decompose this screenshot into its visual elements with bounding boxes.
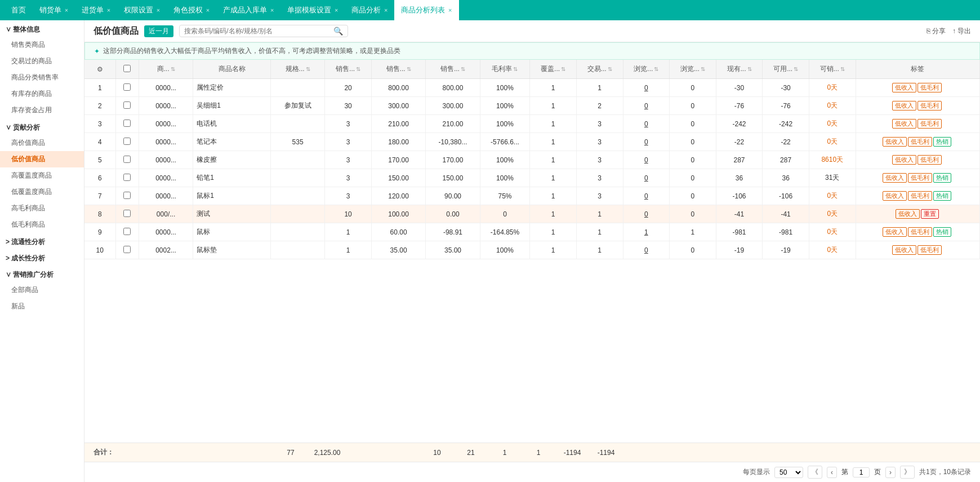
sidebar-item-sales-goods[interactable]: 销售类商品: [0, 37, 84, 53]
th-stock1[interactable]: 现有...⇅: [716, 60, 763, 79]
sidebar-item-low-margin[interactable]: 低毛利商品: [0, 216, 84, 233]
view1-value[interactable]: 0: [644, 120, 648, 128]
row-view1[interactable]: 0: [623, 115, 670, 133]
row-checkbox-cell[interactable]: [115, 241, 139, 259]
export-button[interactable]: ↑ 导出: [952, 26, 971, 36]
sidebar-item-category-sales-rate[interactable]: 商品分类销售率: [0, 69, 84, 86]
th-trade[interactable]: 交易...⇅: [576, 60, 623, 79]
sidebar-item-new-goods[interactable]: 新品: [0, 298, 84, 315]
th-sku[interactable]: 商...⇅: [139, 60, 193, 79]
sidebar-item-high-coverage[interactable]: 高覆盖度商品: [0, 167, 84, 184]
row-checkbox-cell[interactable]: [115, 205, 139, 223]
row-checkbox-cell[interactable]: [115, 97, 139, 115]
row-checkbox[interactable]: [123, 210, 131, 217]
row-checkbox-cell[interactable]: [115, 151, 139, 169]
nav-close-product-analysis[interactable]: ×: [384, 7, 387, 14]
th-sale-amt[interactable]: 销售...⇅: [371, 60, 425, 79]
nav-close-product-list[interactable]: ×: [448, 7, 452, 14]
first-page-button[interactable]: 《: [808, 466, 822, 479]
view1-value[interactable]: 1: [644, 228, 648, 236]
row-view1[interactable]: 0: [623, 97, 670, 115]
th-settings[interactable]: ⚙: [84, 60, 115, 79]
sidebar-group-overall[interactable]: ∨ 整体信息: [0, 20, 84, 37]
search-icon[interactable]: 🔍: [333, 26, 343, 36]
sidebar-item-low-coverage[interactable]: 低覆盖度商品: [0, 184, 84, 200]
row-view1[interactable]: 0: [623, 151, 670, 169]
row-checkbox[interactable]: [123, 83, 131, 91]
sidebar-item-stock-capital[interactable]: 库存资金占用: [0, 102, 84, 118]
th-view2[interactable]: 浏览...⇅: [670, 60, 716, 79]
row-checkbox[interactable]: [123, 156, 131, 163]
view1-value[interactable]: 0: [644, 102, 648, 110]
row-checkbox[interactable]: [123, 246, 131, 253]
row-checkbox[interactable]: [123, 138, 131, 145]
view1-value[interactable]: 0: [644, 156, 648, 164]
nav-inbound[interactable]: 产成品入库单 ×: [216, 0, 280, 20]
view1-value[interactable]: 0: [644, 84, 648, 92]
next-page-button[interactable]: ›: [885, 467, 896, 478]
sidebar-group-contribution[interactable]: ∨ 贡献分析: [0, 118, 84, 135]
nav-purchase[interactable]: 进货单 ×: [75, 0, 117, 20]
view1-value[interactable]: 0: [644, 174, 648, 182]
nav-close-purchase[interactable]: ×: [107, 7, 110, 14]
nav-role[interactable]: 角色授权 ×: [167, 0, 216, 20]
view1-value[interactable]: 0: [644, 138, 648, 146]
sidebar-group-circulation[interactable]: > 流通性分析: [0, 233, 84, 249]
sidebar-item-all-goods[interactable]: 全部商品: [0, 282, 84, 298]
nav-close-role[interactable]: ×: [206, 7, 210, 14]
view1-value[interactable]: 0: [644, 192, 648, 200]
row-checkbox[interactable]: [123, 174, 131, 181]
nav-close-permission[interactable]: ×: [157, 7, 160, 14]
sidebar-group-marketing[interactable]: ∨ 营销推广分析: [0, 266, 84, 282]
nav-close-inbound[interactable]: ×: [270, 7, 274, 14]
row-checkbox[interactable]: [123, 192, 131, 199]
nav-template[interactable]: 单据模板设置 ×: [280, 0, 345, 20]
row-checkbox-cell[interactable]: [115, 133, 139, 151]
sidebar-item-stock-goods[interactable]: 有库存的商品: [0, 86, 84, 102]
sidebar-group-growth[interactable]: > 成长性分析: [0, 249, 84, 266]
sidebar-item-high-margin[interactable]: 高毛利商品: [0, 200, 84, 216]
th-gross[interactable]: 毛利率⇅: [480, 60, 530, 79]
row-checkbox-cell[interactable]: [115, 187, 139, 205]
nav-sales[interactable]: 销货单 ×: [33, 0, 75, 20]
row-checkbox[interactable]: [123, 101, 131, 109]
page-size-select[interactable]: 50 100 200: [774, 467, 803, 478]
row-checkbox-cell[interactable]: [115, 115, 139, 133]
row-view1[interactable]: 0: [623, 169, 670, 187]
row-view1[interactable]: 0: [623, 205, 670, 223]
row-view1[interactable]: 1: [623, 223, 670, 241]
sidebar-item-traded-goods[interactable]: 交易过的商品: [0, 53, 84, 69]
view1-value[interactable]: 0: [644, 210, 648, 218]
search-input[interactable]: [184, 27, 331, 35]
last-page-button[interactable]: 》: [900, 466, 915, 479]
view1-value[interactable]: 0: [644, 246, 648, 254]
share-button[interactable]: ⎘ 分享: [926, 26, 946, 36]
th-sale-num[interactable]: 销售...⇅: [325, 60, 372, 79]
row-view1[interactable]: 0: [623, 133, 670, 151]
row-view1[interactable]: 0: [623, 79, 670, 97]
filter-tag-month[interactable]: 近一月: [144, 25, 173, 37]
nav-close-sales[interactable]: ×: [65, 7, 68, 14]
th-view1[interactable]: 浏览...⇅: [623, 60, 670, 79]
th-saleable[interactable]: 可销...⇅: [809, 60, 856, 79]
page-input[interactable]: [853, 467, 870, 477]
th-spec[interactable]: 规格...⇅: [270, 60, 324, 79]
th-stock2[interactable]: 可用...⇅: [763, 60, 809, 79]
select-all-checkbox[interactable]: [123, 65, 131, 72]
nav-product-analysis[interactable]: 商品分析 ×: [345, 0, 394, 20]
row-checkbox[interactable]: [123, 228, 131, 235]
nav-close-template[interactable]: ×: [335, 7, 338, 14]
sidebar-item-low-value[interactable]: 低价值商品: [0, 151, 84, 167]
nav-permission[interactable]: 权限设置 ×: [117, 0, 167, 20]
row-checkbox-cell[interactable]: [115, 79, 139, 97]
th-sale-avg[interactable]: 销售...⇅: [426, 60, 480, 79]
row-checkbox-cell[interactable]: [115, 223, 139, 241]
row-checkbox[interactable]: [123, 120, 131, 127]
th-checkbox[interactable]: [115, 60, 139, 79]
nav-home[interactable]: 首页: [5, 0, 33, 20]
prev-page-button[interactable]: ‹: [827, 467, 837, 478]
nav-product-list[interactable]: 商品分析列表 ×: [394, 0, 458, 20]
row-view1[interactable]: 0: [623, 241, 670, 259]
row-view1[interactable]: 0: [623, 187, 670, 205]
row-checkbox-cell[interactable]: [115, 169, 139, 187]
